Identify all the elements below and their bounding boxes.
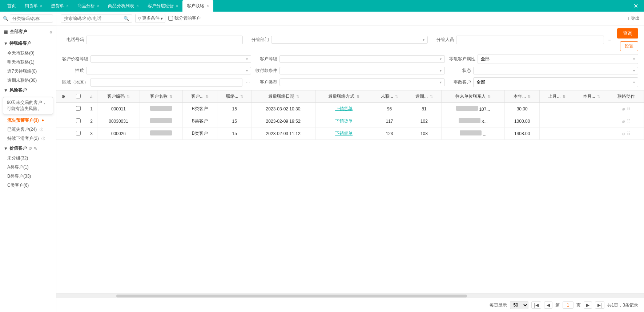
- tab-analysis-list-close[interactable]: ×: [136, 4, 138, 8]
- tab-customer-contact-close[interactable]: ×: [206, 4, 209, 8]
- filter-row-3: 性质 ▾ 收付款条件 ▾ 状态: [62, 67, 638, 74]
- col-last-contact-date[interactable]: 最后联络日期 ⇅: [252, 90, 316, 103]
- sidebar-section-risk[interactable]: ▼ 风险客户: [0, 85, 56, 96]
- col-no-contact[interactable]: 未联... ⇅: [372, 90, 407, 103]
- next-page-button[interactable]: ▶: [584, 301, 592, 309]
- sidebar-item-declining[interactable]: 持续下滑客户(2) ⓘ: [0, 134, 56, 143]
- filter-bar: 🔍 ▽ 更多条件 ▾ 我分管的客户 ↑ 导出: [56, 12, 644, 25]
- query-button[interactable]: 查询: [617, 28, 638, 39]
- col-this-year[interactable]: 本年... ⇅: [505, 90, 539, 103]
- sidebar-item-c-class[interactable]: C类客户(6): [0, 181, 56, 190]
- last-page-button[interactable]: ▶|: [595, 301, 604, 309]
- row-last-contact-method-cell[interactable]: 下销货单: [315, 127, 372, 140]
- col-contact[interactable]: 联络... ⇅: [217, 90, 252, 103]
- window-close-button[interactable]: ✕: [631, 3, 641, 9]
- filter-price-level-select[interactable]: ▾: [90, 55, 251, 63]
- settings-button[interactable]: 设置: [620, 41, 638, 51]
- my-customers-checkbox[interactable]: 我分管的客户: [168, 15, 201, 21]
- contact-method-link[interactable]: 下销货单: [335, 106, 353, 111]
- action-more-icon[interactable]: ⠿: [627, 131, 630, 136]
- refresh-icon[interactable]: ↺: [28, 146, 32, 151]
- first-page-button[interactable]: |◀: [531, 301, 541, 309]
- col-gear[interactable]: ⚙: [56, 90, 71, 103]
- sidebar-item-tomorrow[interactable]: 明天待联络(1): [0, 58, 56, 67]
- region-dots-icon[interactable]: ···: [245, 80, 251, 85]
- col-name[interactable]: 客户名称 ⇅: [140, 90, 182, 103]
- prev-page-button[interactable]: ◀: [544, 301, 552, 309]
- row-checkbox-cell[interactable]: [71, 115, 86, 127]
- person-dots-icon[interactable]: ···: [606, 37, 613, 42]
- sidebar-item-7days[interactable]: 近7天待联络(0): [0, 67, 56, 76]
- filter-search-input[interactable]: [64, 16, 122, 21]
- row-last-contact-method-cell[interactable]: 下销货单: [315, 115, 372, 127]
- filter-nature-select[interactable]: ▾: [86, 67, 251, 74]
- tab-analysis-list[interactable]: 商品分析列表 ×: [104, 0, 143, 12]
- page-number-input[interactable]: [563, 301, 573, 309]
- sidebar-section-pending[interactable]: ▼ 待联络客户: [0, 38, 56, 49]
- sidebar-item-today[interactable]: 今天待联络(0): [0, 49, 56, 58]
- row-checkbox[interactable]: [76, 131, 81, 135]
- filter-region-input[interactable]: [90, 78, 242, 87]
- filter-retail-label: 零散客户: [449, 79, 471, 85]
- action-more-icon[interactable]: ⠿: [627, 119, 630, 124]
- sidebar-item-ungrouped[interactable]: 未分组(32): [0, 154, 56, 163]
- filter-person-input[interactable]: [456, 36, 604, 44]
- contact-method-link[interactable]: 下销货单: [335, 118, 353, 123]
- per-page-select[interactable]: 50 100 200: [510, 301, 528, 309]
- tab-home[interactable]: 首页: [3, 0, 20, 12]
- tab-purchase[interactable]: 进货单 ×: [47, 0, 73, 12]
- col-overdue[interactable]: 逾期... ⇅: [407, 90, 441, 103]
- row-checkbox-cell[interactable]: [71, 103, 86, 115]
- horizontal-scrollbar[interactable]: [56, 293, 644, 298]
- filter-customer-type-select[interactable]: ▾: [279, 78, 444, 86]
- select-all-checkbox[interactable]: [76, 94, 81, 98]
- contact-method-link[interactable]: 下销货单: [335, 131, 353, 136]
- more-conditions-button[interactable]: ▽ 更多条件 ▾: [135, 14, 165, 23]
- filter-search-icon[interactable]: 🔍: [124, 16, 129, 21]
- col-this-month[interactable]: 本月... ⇅: [574, 90, 609, 103]
- filter-retail-select[interactable]: 全部 ▾: [473, 77, 638, 87]
- col-last-contact-method[interactable]: 最后联络方式 ⇅: [315, 90, 372, 103]
- col-code[interactable]: 客户编码 ⇅: [97, 90, 140, 103]
- col-last-month[interactable]: 上月... ⇅: [539, 90, 574, 103]
- tab-customer-contact[interactable]: 客户联络 ×: [182, 0, 213, 12]
- filter-phone-input[interactable]: [86, 36, 243, 44]
- col-unit-contact[interactable]: 往来单位联系人 ⇅: [442, 90, 505, 103]
- tab-purchase-close[interactable]: ×: [66, 4, 68, 8]
- sidebar-search-input[interactable]: [10, 15, 53, 23]
- warning-dot: ●: [41, 118, 44, 123]
- sidebar-item-a-class[interactable]: A类客户(1): [0, 163, 56, 172]
- sidebar-section-value[interactable]: ▼ 价值客户 ↺ ✎: [0, 143, 56, 154]
- col-type[interactable]: 客户... ⇅: [182, 90, 217, 103]
- row-last-contact-method-cell[interactable]: 下销货单: [315, 103, 372, 115]
- my-customers-input[interactable]: [168, 16, 173, 21]
- sidebar-item-churned[interactable]: 已流失客户(24) ⓘ: [0, 125, 56, 134]
- tab-sales[interactable]: 销货单 ×: [20, 0, 47, 12]
- action-contact-icon[interactable]: ⌀: [622, 131, 625, 136]
- sidebar-item-b-class[interactable]: B类客户(33): [0, 172, 56, 181]
- sidebar-item-churn-warning[interactable]: 流失预警客户(3) ●: [0, 116, 56, 125]
- row-checkbox[interactable]: [76, 118, 81, 123]
- tab-customer-tier-close[interactable]: ×: [176, 4, 178, 8]
- tab-analysis-close[interactable]: ×: [97, 4, 99, 8]
- row-checkbox-cell[interactable]: [71, 127, 86, 140]
- action-contact-icon[interactable]: ⌀: [622, 106, 625, 112]
- scroll-thumb[interactable]: [116, 295, 467, 297]
- sidebar-item-overdue[interactable]: 逾期未联络(30): [0, 76, 56, 85]
- filter-payment-select[interactable]: ▾: [279, 67, 444, 74]
- filter-status-select[interactable]: ▾: [473, 67, 638, 74]
- export-button[interactable]: ↑ 导出: [627, 15, 640, 21]
- tab-sales-close[interactable]: ×: [40, 4, 42, 8]
- filter-credit-attr-select[interactable]: 全部 ▾: [478, 54, 638, 64]
- action-contact-icon[interactable]: ⌀: [622, 119, 625, 124]
- col-checkbox[interactable]: [71, 90, 86, 103]
- edit-icon[interactable]: ✎: [33, 146, 37, 151]
- tab-analysis[interactable]: 商品分析 ×: [73, 0, 104, 12]
- filter-customer-level-select[interactable]: ▾: [279, 55, 444, 63]
- filter-dept-select[interactable]: ▾: [271, 36, 428, 44]
- action-more-icon[interactable]: ⠿: [627, 106, 630, 112]
- row-checkbox[interactable]: [76, 106, 81, 111]
- sidebar-all-customers[interactable]: ▦ 全部客户 «: [0, 26, 56, 38]
- dept-chevron-icon: ▾: [423, 38, 424, 42]
- tab-customer-tier[interactable]: 客户分层经营 ×: [143, 0, 182, 12]
